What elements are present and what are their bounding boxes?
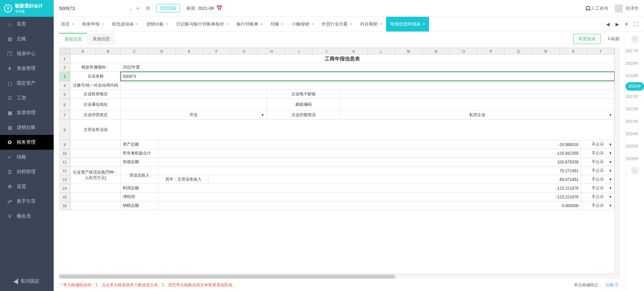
fullscreen-icon[interactable]: ⛶ bbox=[631, 21, 641, 27]
calendar-icon[interactable]: 📅 bbox=[216, 5, 223, 11]
tab-5[interactable]: 银行对账单× bbox=[232, 17, 267, 32]
year-up[interactable]: ⌃ bbox=[631, 36, 639, 44]
value-cell-9[interactable]: -20.066016 bbox=[158, 140, 581, 149]
gear-icon[interactable]: ⚙ bbox=[143, 5, 153, 11]
close-icon[interactable]: × bbox=[102, 22, 104, 27]
publish-select-9[interactable]: 不公示▼ bbox=[581, 140, 614, 149]
refresh-button[interactable]: ↻ 刷新 bbox=[607, 36, 620, 42]
close-icon[interactable]: × bbox=[311, 22, 314, 27]
nav-item-4[interactable]: ▢固定资产 bbox=[0, 76, 54, 91]
publish-select-12[interactable]: 不公示▼ bbox=[581, 166, 614, 175]
reg-code-cell[interactable] bbox=[121, 81, 614, 90]
nav-item-8[interactable]: ✪税务管理 bbox=[0, 135, 54, 150]
holding-select[interactable]: 私营企业▼ bbox=[340, 111, 614, 119]
nav-item-10[interactable]: ☰归档管理 bbox=[0, 164, 54, 179]
tab-6[interactable]: 结账× bbox=[267, 17, 288, 32]
tab-4[interactable]: 日记账与银行对账单核对× bbox=[172, 17, 232, 32]
vertical-scrollbar[interactable] bbox=[614, 48, 620, 274]
col-header-A[interactable]: A bbox=[70, 48, 96, 54]
nav-item-13[interactable]: V畅会员 bbox=[0, 209, 54, 224]
close-icon[interactable]: × bbox=[281, 22, 284, 27]
tab-scroll-right[interactable]: ▶ bbox=[612, 21, 622, 27]
value-cell-10[interactable]: -120.942355 bbox=[158, 149, 581, 157]
close-icon[interactable]: × bbox=[72, 22, 74, 27]
row-header-3[interactable]: 3 bbox=[59, 72, 70, 81]
unpin-button[interactable]: ◀▎ 取消固定 bbox=[13, 278, 40, 284]
tab-9[interactable]: 科目期初× bbox=[356, 17, 386, 32]
horizontal-scrollbar[interactable] bbox=[59, 274, 620, 279]
year-2026年[interactable]: 2026年 bbox=[626, 153, 644, 165]
col-header-M[interactable]: M bbox=[395, 48, 423, 54]
row-header-1[interactable]: 1 bbox=[59, 54, 70, 63]
value-cell-15[interactable]: -123.221676 bbox=[158, 193, 581, 201]
old-version-button[interactable]: 切到旧版 bbox=[156, 4, 180, 12]
row-header-2[interactable]: 2 bbox=[59, 63, 70, 72]
row-header-6[interactable]: 6 bbox=[59, 99, 70, 111]
close-icon[interactable]: × bbox=[380, 22, 382, 27]
row-header-13[interactable]: 13 bbox=[59, 175, 70, 184]
col-header-L[interactable]: L bbox=[368, 48, 395, 54]
value-cell-11[interactable]: 100.876339 bbox=[158, 158, 581, 166]
nav-item-3[interactable]: ¥资金管理 bbox=[0, 61, 54, 76]
address-cell[interactable] bbox=[121, 99, 267, 110]
row-header-10[interactable]: 10 bbox=[59, 149, 70, 158]
year-2021年[interactable]: 2021年 bbox=[626, 91, 644, 103]
publish-select-15[interactable]: 不公示▼ bbox=[581, 193, 614, 201]
publish-select-16[interactable]: 不公示▼ bbox=[581, 201, 614, 210]
col-header-G[interactable]: G bbox=[230, 48, 258, 54]
publish-select-11[interactable]: 不公示▼ bbox=[581, 158, 614, 166]
company-name-cell[interactable]: 500973 bbox=[121, 72, 614, 81]
year-2022年[interactable]: 2022年 bbox=[626, 103, 644, 115]
year-2020年[interactable]: 2020年 bbox=[626, 82, 644, 91]
close-icon[interactable]: × bbox=[166, 22, 168, 27]
row-header-5[interactable]: 5 bbox=[59, 90, 70, 99]
col-header-P[interactable]: P bbox=[477, 48, 505, 54]
nav-item-11[interactable]: ⚙设置 bbox=[0, 179, 54, 194]
tab-0[interactable]: 首页× bbox=[57, 17, 78, 32]
subtab-basic[interactable]: 基础信息 bbox=[59, 33, 87, 45]
row-header-8[interactable]: 8 bbox=[59, 119, 70, 140]
publish-select-14[interactable]: 不公示▼ bbox=[581, 184, 614, 192]
col-header-D[interactable]: D bbox=[148, 48, 176, 54]
row-header-16[interactable]: 16 bbox=[59, 201, 70, 210]
close-icon[interactable]: × bbox=[136, 22, 138, 27]
add-icon[interactable]: + bbox=[133, 5, 143, 11]
phone-cell[interactable] bbox=[121, 90, 267, 98]
close-icon[interactable]: × bbox=[226, 22, 228, 27]
period-value-cell[interactable]: 2022年度 bbox=[121, 63, 614, 71]
user-menu[interactable]: 徐泽华 bbox=[615, 4, 639, 12]
value-cell-13[interactable]: 69.071451 bbox=[209, 175, 581, 184]
col-header-J[interactable]: J bbox=[313, 48, 340, 54]
publish-select-10[interactable]: 不公示▼ bbox=[581, 149, 614, 157]
nav-item-12[interactable]: ☍新手引导 bbox=[0, 194, 54, 209]
select-all-corner[interactable] bbox=[59, 48, 70, 54]
email-cell[interactable] bbox=[340, 90, 614, 98]
row-header-11[interactable]: 11 bbox=[59, 158, 70, 166]
period-value[interactable]: 2021-06 bbox=[198, 6, 214, 11]
year-2017年[interactable]: 2017年 bbox=[626, 45, 644, 57]
reset-report-button[interactable]: 重置报表 bbox=[573, 34, 601, 44]
col-header-R[interactable]: R bbox=[532, 48, 560, 54]
org-selector[interactable]: 500973 ⌄ bbox=[59, 6, 133, 11]
row-header-15[interactable]: 15 bbox=[59, 193, 70, 201]
col-header-T[interactable]: T bbox=[587, 48, 614, 54]
col-header-Q[interactable]: Q bbox=[505, 48, 532, 54]
nav-item-0[interactable]: ⌂首页 bbox=[0, 17, 54, 32]
nav-item-5[interactable]: ☷工资 bbox=[0, 91, 54, 105]
subtab-other[interactable]: 其他信息 bbox=[87, 33, 115, 45]
year-2024年[interactable]: 2024年 bbox=[626, 128, 644, 140]
nav-item-6[interactable]: ▦发票管理 bbox=[0, 105, 54, 120]
year-2018年[interactable]: 2018年 bbox=[626, 57, 644, 70]
row-header-7[interactable]: 7 bbox=[59, 111, 70, 119]
year-2025年[interactable]: 2025年 bbox=[626, 140, 644, 153]
row-header-12[interactable]: 12 bbox=[59, 166, 70, 175]
year-down[interactable]: ⌄ bbox=[631, 166, 639, 175]
year-2019年[interactable]: 2019年 bbox=[626, 70, 644, 82]
nav-item-7[interactable]: ▥进销台账 bbox=[0, 120, 54, 135]
support-link[interactable]: 🎧 人工咨询 bbox=[585, 5, 608, 11]
tab-1[interactable]: 税务申报× bbox=[78, 17, 108, 32]
tab-2[interactable]: 税负波动表× bbox=[108, 17, 142, 32]
nav-item-1[interactable]: ▤总账 bbox=[0, 32, 54, 46]
tab-7[interactable]: 小畅报销× bbox=[288, 17, 318, 32]
status-select[interactable]: 开业▼ bbox=[121, 111, 267, 119]
